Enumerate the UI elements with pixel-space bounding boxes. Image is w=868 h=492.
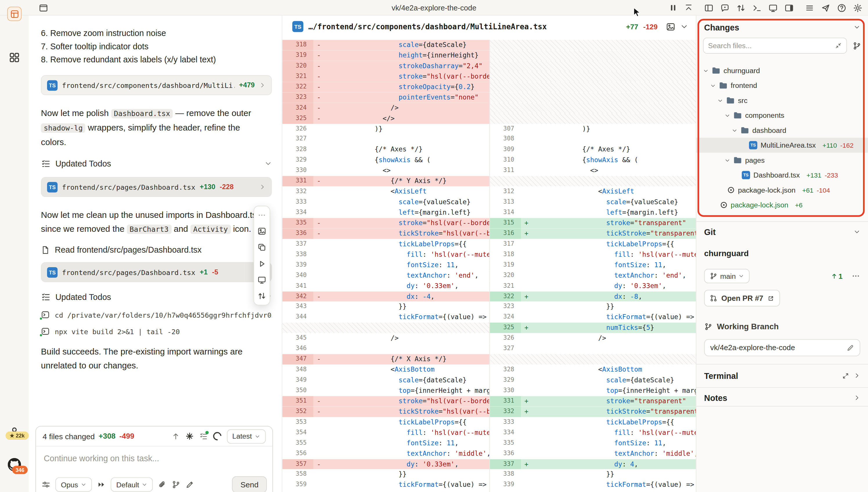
- display-view-button[interactable]: [769, 3, 778, 12]
- todos-status-button[interactable]: [199, 432, 208, 440]
- todos-row[interactable]: Updated Todos: [41, 159, 272, 168]
- diff-right-line: 319 fontSize: 11,: [489, 260, 697, 270]
- file-diff-chip[interactable]: TS frontend/src/pages/Dashboard.tsx +1 -…: [41, 262, 272, 282]
- menu-button[interactable]: [805, 3, 814, 12]
- diff-row: 353 tickLabelProps={{333 tickLabelProps=…: [282, 417, 697, 427]
- file-diff-chip[interactable]: TS frontend/src/pages/Dashboard.tsx +130…: [41, 177, 272, 197]
- chevron-down-icon[interactable]: [853, 24, 860, 30]
- diff-right-line: [489, 103, 697, 113]
- scroll-up-button[interactable]: [171, 432, 180, 440]
- diff-right-line: 338 }}: [489, 469, 697, 480]
- settings-button[interactable]: [853, 3, 863, 12]
- app-rail: [0, 16, 29, 492]
- git-branch-icon: [710, 272, 718, 280]
- chat-input[interactable]: Continue working on this task...: [36, 446, 272, 463]
- tree-file-dashboard-tsx[interactable]: TSDashboard.tsx+131-233: [697, 168, 868, 182]
- collapse-tree-button[interactable]: [835, 42, 842, 49]
- diff-left-line: 356 textAnchor: 'middle',: [282, 448, 489, 459]
- read-file-row[interactable]: Read frontend/src/pages/Dashboard.tsx: [41, 245, 272, 254]
- edit-branch-button[interactable]: [846, 344, 854, 351]
- diff-view-button[interactable]: [736, 3, 746, 12]
- collapse-button[interactable]: [684, 3, 693, 12]
- chevron-down-icon[interactable]: [853, 228, 860, 235]
- tree-file-package-lock-json[interactable]: package-lock.json+6: [697, 198, 868, 212]
- app-home-button[interactable]: [7, 7, 22, 21]
- tree-folder-frontend[interactable]: frontend: [697, 78, 868, 93]
- tree-folder-src[interactable]: src: [697, 93, 868, 107]
- additions-count: +479: [239, 81, 255, 89]
- branch-dropdown[interactable]: main: [704, 269, 750, 284]
- open-pr-button[interactable]: Open PR #7: [704, 290, 780, 306]
- terminal-section-header[interactable]: Terminal: [697, 368, 868, 383]
- sparkle-button[interactable]: [185, 432, 194, 440]
- terminal-command-row[interactable]: npx vite build 2>&1 | tail -20: [41, 327, 272, 336]
- diff-row: 335- stroke="hsl(var(--border))"315+ str…: [282, 218, 697, 228]
- diff-right-line: 322+ dx: -8,: [489, 291, 697, 302]
- terminal-view-button[interactable]: [752, 3, 761, 12]
- file-diff-chip[interactable]: TS frontend/src/components/dashboard/Mul…: [41, 75, 272, 95]
- file-search-input[interactable]: Search files...: [703, 38, 847, 54]
- share-button[interactable]: [821, 3, 830, 12]
- typescript-icon: TS: [292, 21, 303, 32]
- notes-section-header[interactable]: Notes: [697, 391, 868, 405]
- pause-button[interactable]: [669, 3, 678, 12]
- image-view-button[interactable]: [666, 22, 675, 31]
- compare-button[interactable]: [258, 292, 266, 300]
- tree-folder-churnguard[interactable]: churnguard: [697, 63, 868, 78]
- panel-toggle-button[interactable]: [39, 3, 48, 13]
- tree-view-icon: [852, 41, 862, 50]
- chat-view-button[interactable]: [720, 3, 729, 12]
- fast-forward-button[interactable]: [97, 480, 106, 489]
- mode-dropdown[interactable]: Default: [111, 477, 153, 492]
- tree-file-multilinearea-tsx[interactable]: TSMultiLineArea.tsx+110-162: [697, 138, 868, 153]
- working-branch-input[interactable]: vk/4e2a-explore-the-code: [704, 339, 861, 356]
- additions-count: +308: [99, 432, 116, 440]
- chevron-down-icon: [710, 83, 716, 88]
- section-divider: [697, 387, 868, 388]
- columns-icon: [704, 3, 713, 12]
- edit-button[interactable]: [186, 480, 194, 489]
- run-button[interactable]: [258, 259, 266, 268]
- diff-left-line: 330 <>: [282, 166, 489, 176]
- copy-button[interactable]: [258, 243, 266, 252]
- model-dropdown[interactable]: Opus: [55, 477, 92, 492]
- tree-view-button[interactable]: [852, 41, 862, 50]
- projects-button[interactable]: [9, 52, 20, 63]
- more-button[interactable]: [258, 211, 266, 220]
- diff-row: 334 left={margin.left}314 left={margin.l…: [282, 207, 697, 218]
- help-button[interactable]: [837, 3, 846, 12]
- files-changed-bar[interactable]: 4 files changed +308 -499 Latest: [36, 426, 272, 446]
- display-button[interactable]: [258, 275, 266, 284]
- tree-folder-dashboard[interactable]: dashboard: [697, 123, 868, 138]
- changes-section-header[interactable]: Changes: [697, 20, 868, 34]
- tree-file-package-lock-json[interactable]: package-lock.json+61-104: [697, 182, 868, 197]
- version-dropdown[interactable]: Latest: [227, 429, 266, 444]
- branch-button[interactable]: [172, 480, 181, 489]
- diff-right-line: [489, 82, 697, 92]
- chevron-down-icon[interactable]: [264, 160, 272, 167]
- screenshot-button[interactable]: [258, 227, 266, 236]
- inline-code: BarChart3: [127, 224, 171, 234]
- collapse-diff-button[interactable]: [680, 23, 688, 30]
- settings-sliders-button[interactable]: [42, 480, 50, 489]
- terminal-command-row[interactable]: cd /private/var/folders/10/h7w0q46556ggr…: [41, 311, 272, 319]
- paperclip-icon: [158, 480, 167, 489]
- todos-row[interactable]: Updated Todos: [41, 292, 272, 301]
- pause-icon: [669, 3, 678, 12]
- tree-folder-pages[interactable]: pages: [697, 153, 868, 167]
- expand-terminal-button[interactable]: [842, 372, 849, 379]
- sidebar-toggle-button[interactable]: [784, 3, 794, 12]
- diff-row: 343 }}323 }}: [282, 302, 697, 312]
- columns-view-button[interactable]: [704, 3, 713, 12]
- diff-row: 340 textAnchor: 'end',320 textAnchor: 'e…: [282, 270, 697, 281]
- git-more-button[interactable]: [851, 272, 861, 280]
- diff-left-line: 352- tickStroke="hsl(var(--border))": [282, 407, 489, 417]
- attach-button[interactable]: [158, 480, 167, 489]
- chevron-right-icon[interactable]: [853, 395, 860, 401]
- chevron-right-icon[interactable]: [853, 372, 860, 379]
- tree-folder-components[interactable]: components: [697, 108, 868, 123]
- git-section-header[interactable]: Git: [697, 224, 868, 239]
- section-divider: [697, 364, 868, 365]
- send-button[interactable]: Send: [232, 476, 267, 492]
- terminal-icon: [752, 3, 761, 12]
